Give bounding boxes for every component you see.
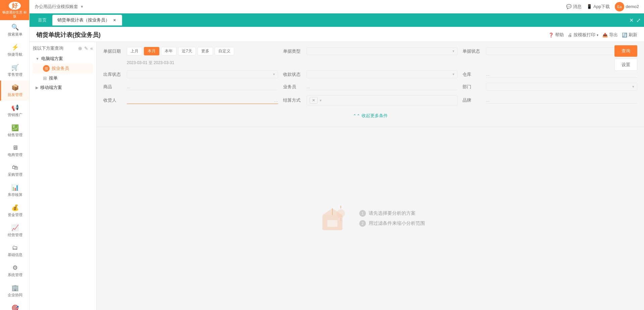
sidebar-item-search[interactable]: 🔍 搜索菜单: [0, 20, 29, 40]
tree-pc-scheme[interactable]: ▼ 电脑端方案: [33, 54, 93, 63]
settlement-control[interactable]: ✕ ▾: [307, 95, 458, 105]
collapse-label: 收起更多条件: [362, 113, 388, 119]
warehouse-control[interactable]: ...: [486, 71, 637, 78]
query-button[interactable]: 查询: [614, 45, 637, 57]
collapse-panel-icon[interactable]: «: [90, 46, 93, 51]
date-btn-this-month[interactable]: 本月: [144, 47, 159, 55]
filter-warehouse: 仓库 ...: [463, 71, 637, 78]
edit-scheme-icon[interactable]: ✎: [84, 46, 88, 51]
empty-state: 1 请先选择要分析的方案 2 用过滤条件来缩小分析范围: [97, 127, 644, 310]
left-panel-icons: ⊕ ✎ «: [78, 46, 93, 51]
date-btn-7days[interactable]: 近7天: [178, 47, 196, 55]
sidebar-label-operation: 经营管理: [8, 232, 22, 238]
sidebar-item-newbie[interactable]: 🎯 新手引导: [0, 301, 29, 310]
doc-type-control[interactable]: ▾: [307, 47, 458, 55]
svg-rect-3: [327, 220, 337, 227]
tab-close-all-icon[interactable]: ✕: [629, 17, 634, 23]
filter-ship-status: 出库状态 ▾: [103, 70, 278, 78]
refresh-btn[interactable]: 🔄 刷新: [622, 32, 637, 38]
date-btn-more[interactable]: 更多: [198, 47, 213, 55]
empty-tip-2: 2 用过滤条件来缩小分析范围: [359, 220, 425, 227]
tab-close-icon[interactable]: ✕: [112, 17, 117, 23]
sidebar-item-corp[interactable]: 🏢 企业协同: [0, 281, 29, 301]
sidebar-item-retail[interactable]: 🛒 零售管理: [0, 60, 29, 81]
date-btn-custom[interactable]: 自定义: [215, 47, 234, 55]
export-label: 导出: [609, 32, 618, 38]
date-btn-this-year[interactable]: 本年: [161, 47, 176, 55]
tab-sales-stat[interactable]: 销货单统计表（按业务员） ✕: [52, 15, 122, 25]
pay-status-control[interactable]: ▾: [307, 70, 458, 78]
filter-area: 单据日期 上月 本月 本年 近7天 更多 自定义: [97, 42, 644, 127]
tree-staff-item[interactable]: 按 按业务员: [33, 63, 93, 73]
receiver-input[interactable]: [127, 98, 274, 103]
add-scheme-icon[interactable]: ⊕: [78, 46, 82, 51]
sidebar-item-finance[interactable]: 💰 资金管理: [0, 201, 29, 221]
user-area[interactable]: Ea demo2: [615, 2, 639, 11]
tree-pc-label: 电脑端方案: [41, 56, 63, 62]
empty-tips: 1 请先选择要分析的方案 2 用过滤条件来缩小分析范围: [359, 210, 425, 227]
marketing-icon: 📢: [11, 104, 19, 111]
operation-icon: 📈: [11, 224, 19, 231]
wholesale-icon: 📦: [11, 84, 19, 91]
sidebar-item-system[interactable]: ⚙ 系统管理: [0, 261, 29, 281]
main-area: 办公用品行业模拟账套 ▾ 💬 消息 📱 App下载 Ea demo2 首页 销货…: [30, 0, 644, 310]
sidebar-item-quick[interactable]: ⚡ 快捷导航: [0, 40, 29, 60]
goods-control[interactable]: ...: [127, 84, 278, 90]
sidebar-item-ecom[interactable]: 🖥 电商管理: [0, 141, 29, 161]
download-btn[interactable]: 📱 App下载: [587, 4, 610, 10]
base-icon: 🗂: [12, 244, 18, 251]
template-print-btn[interactable]: 🖨 按模板打印 ▾: [568, 32, 598, 38]
tabbar: 首页 销货单统计表（按业务员） ✕ ✕ ⤢: [30, 13, 644, 27]
export-btn[interactable]: 📤 导出: [602, 32, 618, 38]
dept-control[interactable]: ▾: [486, 83, 637, 91]
sidebar-item-operation[interactable]: 📈 经营管理: [0, 221, 29, 241]
sidebar-label-sales: 销售管理: [8, 133, 22, 138]
empty-content: 1 请先选择要分析的方案 2 用过滤条件来缩小分析范围: [316, 202, 425, 235]
sidebar-label-marketing: 营销推广: [8, 112, 22, 117]
purchase-icon: 🛍: [12, 164, 18, 171]
sidebar-label-ecom: 电商管理: [8, 152, 22, 157]
brand-control[interactable]: ...: [486, 97, 637, 104]
tab-home[interactable]: 首页: [33, 15, 52, 25]
settlement-tag-close[interactable]: ✕: [312, 98, 315, 103]
sidebar-label-quick: 快捷导航: [8, 52, 22, 57]
sidebar-label-stock: 库存核算: [8, 192, 22, 197]
left-panel-header: 按以下方案查询 ⊕ ✎ «: [33, 45, 93, 51]
topbar-dropdown-icon[interactable]: ▾: [81, 4, 83, 9]
reset-button[interactable]: 设置: [614, 59, 637, 71]
date-btn-last-month[interactable]: 上月: [127, 47, 142, 55]
settlement-arrow: ▾: [320, 98, 322, 103]
receiver-dots[interactable]: ...: [274, 98, 278, 103]
warehouse-label: 仓库: [463, 71, 486, 78]
tree-order-item[interactable]: ⊞ 按单: [33, 73, 93, 83]
filter-actions: 查询 设置: [614, 45, 637, 71]
sidebar-item-marketing[interactable]: 📢 营销推广: [0, 101, 29, 121]
collapse-btn[interactable]: ⌃⌃ 收起更多条件: [103, 110, 637, 121]
tip-num-2: 2: [359, 220, 366, 227]
sidebar-item-purchase[interactable]: 🛍 采购管理: [0, 161, 29, 180]
sidebar-item-sales[interactable]: 💹 销售管理: [0, 121, 29, 141]
receiver-label: 收货人: [103, 97, 127, 103]
tab-expand-icon[interactable]: ⤢: [636, 17, 641, 23]
sidebar: 好 畅捷通好生意 标版 🔍 搜索菜单 ⚡ 快捷导航 🛒 零售管理 📦 批发管理 …: [0, 0, 30, 310]
tree-mobile-scheme[interactable]: ▶ 移动端方案: [33, 83, 93, 92]
messages-btn[interactable]: 💬 消息: [566, 4, 582, 10]
ship-status-control[interactable]: ▾: [127, 70, 278, 78]
left-panel: 按以下方案查询 ⊕ ✎ « ▼ 电脑端方案 按 按业务员 ⊞: [30, 42, 97, 310]
sidebar-item-base[interactable]: 🗂 基础信息: [0, 241, 29, 261]
download-icon: 📱: [587, 4, 592, 9]
sidebar-nav: 🔍 搜索菜单 ⚡ 快捷导航 🛒 零售管理 📦 批发管理 📢 营销推广 💹 销售管…: [0, 20, 29, 310]
help-btn[interactable]: ❓ 帮助: [548, 32, 564, 38]
tab-sales-stat-label: 销货单统计表（按业务员）: [57, 17, 110, 23]
ecom-icon: 🖥: [12, 144, 18, 151]
sidebar-item-stock[interactable]: 📊 库存核算: [0, 180, 29, 201]
dept-arrow: ▾: [632, 85, 634, 89]
sidebar-item-wholesale[interactable]: 📦 批发管理: [0, 81, 29, 101]
content-area: 按以下方案查询 ⊕ ✎ « ▼ 电脑端方案 按 按业务员 ⊞: [30, 42, 644, 310]
receiver-control[interactable]: ...: [127, 97, 278, 104]
staff-control[interactable]: ...: [307, 84, 458, 90]
sidebar-label-purchase: 采购管理: [8, 172, 22, 177]
system-icon: ⚙: [12, 264, 18, 271]
settlement-label: 结算方式: [283, 97, 307, 103]
help-label: 帮助: [555, 32, 564, 38]
